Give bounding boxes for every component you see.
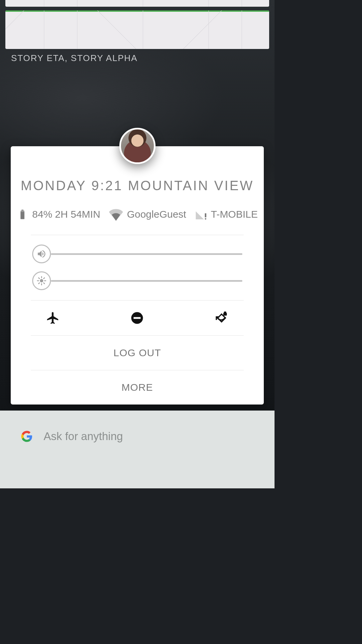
rotation-lock-icon [215, 311, 229, 325]
avatar[interactable] [119, 128, 156, 164]
svg-rect-8 [224, 313, 226, 315]
search-placeholder: Ask for anything [44, 430, 123, 443]
battery-remaining: 2H 54MIN [55, 209, 100, 220]
wifi-network: GoogleGuest [127, 209, 186, 220]
svg-point-2 [205, 218, 206, 220]
more-button[interactable]: MORE [11, 370, 264, 405]
placeholder-strip [5, 10, 269, 49]
airplane-icon [46, 311, 60, 325]
status-row: 84% 2H 54MIN GoogleGuest T-MOBILE [11, 207, 264, 235]
volume-icon [32, 245, 51, 263]
google-logo-icon [21, 430, 33, 442]
story-label: STORY ETA, STORY ALPHA [11, 53, 137, 63]
search-area: Ask for anything [0, 411, 275, 488]
wifi-status[interactable]: GoogleGuest [109, 207, 186, 221]
svg-rect-0 [20, 212, 24, 219]
brightness-icon [32, 271, 51, 290]
datetime-location: MONDAY 9:21 MOUNTAIN VIEW [11, 178, 264, 207]
battery-status[interactable]: 84% 2H 54MIN [17, 209, 100, 220]
svg-rect-5 [134, 317, 141, 319]
svg-point-3 [40, 279, 43, 282]
do-not-disturb-icon [130, 311, 144, 325]
airplane-mode-toggle[interactable] [43, 308, 63, 328]
cell-signal-icon [195, 208, 207, 220]
status-card: MONDAY 9:21 MOUNTAIN VIEW 84% 2H 54MIN G… [11, 146, 264, 405]
log-out-button[interactable]: LOG OUT [11, 336, 264, 370]
placeholder-strip-top [5, 0, 269, 7]
rotation-lock-toggle[interactable] [212, 308, 232, 328]
svg-rect-1 [205, 213, 206, 217]
search-bar[interactable]: Ask for anything [0, 411, 275, 443]
cell-status[interactable]: T-MOBILE [195, 208, 258, 220]
battery-icon [17, 209, 28, 220]
volume-slider[interactable] [32, 245, 242, 263]
brightness-track[interactable] [51, 280, 242, 282]
cell-carrier: T-MOBILE [211, 209, 258, 220]
brightness-slider[interactable] [32, 271, 242, 290]
battery-percent: 84% [32, 209, 52, 220]
do-not-disturb-toggle[interactable] [127, 308, 147, 328]
wifi-icon [109, 207, 123, 221]
volume-track[interactable] [51, 253, 242, 255]
